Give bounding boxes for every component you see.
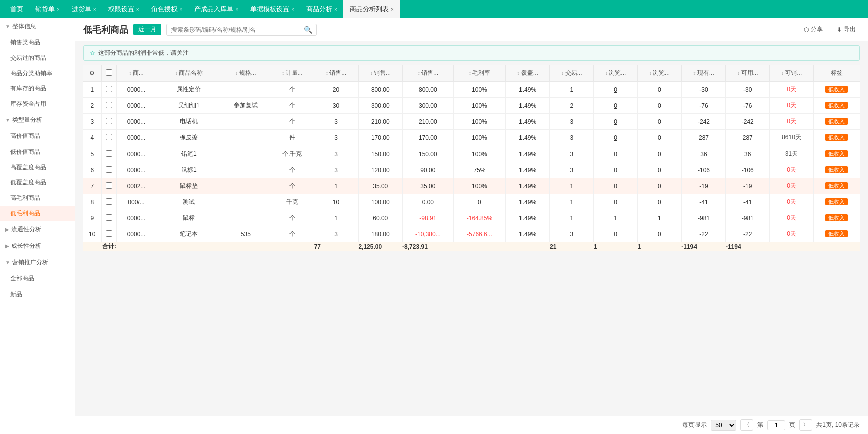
page-title: 低毛利商品 (83, 24, 128, 36)
nav-purchase[interactable]: 进货单 × (66, 0, 102, 18)
nav-product-analysis-list[interactable]: 商品分析列表 × (343, 0, 400, 18)
cell-checkbox (101, 194, 116, 210)
search-input[interactable] (171, 26, 304, 33)
sidebar-group-growth[interactable]: ▶ 成长性分析 (0, 238, 75, 254)
totals-empty (156, 242, 221, 251)
col-settings[interactable]: ⚙ (83, 65, 101, 82)
sidebar-item-new-goods[interactable]: 新品 (0, 286, 75, 302)
sidebar-item-low-value[interactable]: 低价值商品 (0, 144, 75, 160)
cell-gross-rate: 100% (454, 114, 506, 130)
close-icon[interactable]: × (235, 7, 238, 12)
cell-coverage: 1.49% (505, 130, 550, 146)
sort-icon[interactable]: ↕ (418, 70, 421, 76)
sort-icon[interactable]: ↕ (649, 70, 652, 76)
sidebar-group-flow[interactable]: ▶ 流通性分析 (0, 221, 75, 238)
cell-stock: -76 (681, 98, 726, 114)
close-icon[interactable]: × (93, 7, 96, 12)
row-checkbox[interactable] (106, 134, 112, 140)
sort-icon[interactable]: ↕ (561, 70, 564, 76)
sidebar-item-low-margin[interactable]: 低毛利商品 (0, 206, 75, 221)
cell-name: 电话机 (156, 114, 221, 130)
totals-stock: -1194 (681, 242, 726, 251)
row-checkbox[interactable] (106, 198, 112, 205)
close-icon[interactable]: × (391, 7, 394, 12)
close-icon[interactable]: × (180, 7, 183, 12)
col-stock: ↕现有... (681, 65, 726, 82)
sidebar-group-type[interactable]: ▼ 类型量分析 (0, 112, 75, 128)
close-icon[interactable]: × (291, 7, 294, 12)
cell-unit: 个,千克 (270, 146, 314, 162)
sidebar-item-traded-goods[interactable]: 交易过的商品 (0, 50, 75, 66)
close-icon[interactable]: × (136, 7, 139, 12)
sidebar-item-sales-goods[interactable]: 销售类商品 (0, 35, 75, 50)
row-checkbox[interactable] (106, 150, 112, 157)
cell-sales-qty: 3 (314, 162, 359, 178)
sort-icon[interactable]: ↕ (235, 70, 238, 76)
export-button[interactable]: ⬇ 导出 (833, 23, 860, 36)
sidebar-item-low-coverage[interactable]: 低覆盖度商品 (0, 175, 75, 190)
row-checkbox[interactable] (106, 214, 112, 221)
sidebar-item-high-coverage[interactable]: 高覆盖度商品 (0, 160, 75, 175)
notice-bar: ☆ 这部分商品的利润非常低，请关注 (83, 45, 860, 61)
table-row: 7 0002... 鼠标垫 个 1 35.00 35.00 100% 1.49%… (83, 178, 860, 194)
sort-icon[interactable]: ↕ (282, 70, 285, 76)
settings-icon[interactable]: ⚙ (89, 70, 95, 77)
select-all-checkbox[interactable] (106, 69, 112, 76)
sort-icon[interactable]: ↕ (693, 70, 696, 76)
cell-sales-profit: 300.00 (402, 98, 454, 114)
cell-tag: 低收入 (813, 114, 860, 130)
totals-trade: 21 (550, 242, 594, 251)
nav-home[interactable]: 首页 (4, 0, 29, 18)
sidebar-item-category-rate[interactable]: 商品分类助销率 (0, 66, 75, 81)
sort-icon[interactable]: ↕ (605, 70, 608, 76)
sidebar-item-stock-goods[interactable]: 有库存的商品 (0, 81, 75, 96)
totals-label: 合计: (83, 242, 116, 251)
sidebar-item-high-margin[interactable]: 高毛利商品 (0, 190, 75, 206)
sort-icon[interactable]: ↕ (517, 70, 520, 76)
sidebar-item-high-value[interactable]: 高价值商品 (0, 128, 75, 144)
nav-finished-goods[interactable]: 产成品入库单 × (188, 0, 244, 18)
cell-name: 属性定价 (156, 82, 221, 98)
cell-unit: 个 (270, 178, 314, 194)
row-checkbox[interactable] (106, 182, 112, 189)
filter-recent-month-button[interactable]: 近一月 (133, 24, 161, 35)
close-icon[interactable]: × (334, 7, 337, 12)
sidebar-group-overall[interactable]: ▼ 整体信息 (0, 18, 75, 35)
sort-icon[interactable]: ↕ (326, 70, 329, 76)
col-sales-qty: ↕销售... (314, 65, 359, 82)
cell-view2: 0 (637, 146, 681, 162)
nav-template[interactable]: 单据模板设置 × (244, 0, 300, 18)
row-checkbox[interactable] (106, 86, 112, 92)
cell-sellable: 0天 (770, 162, 814, 178)
sidebar-item-capital[interactable]: 库存资金占用 (0, 96, 75, 112)
row-checkbox[interactable] (106, 102, 112, 108)
sort-icon[interactable]: ↕ (781, 70, 784, 76)
row-checkbox[interactable] (106, 118, 112, 124)
sort-icon[interactable]: ↕ (737, 70, 740, 76)
cell-stock: -22 (681, 226, 726, 242)
sort-icon[interactable]: ↕ (175, 70, 178, 76)
col-view2: ↕浏览... (637, 65, 681, 82)
sort-icon[interactable]: ↕ (129, 70, 132, 76)
table-row: 2 0000... 吴细细1 参加复试 个 30 300.00 300.00 1… (83, 98, 860, 114)
next-page-button[interactable]: 〉 (799, 419, 812, 431)
page-number-input[interactable] (767, 420, 785, 430)
search-icon[interactable]: 🔍 (304, 26, 312, 34)
row-checkbox[interactable] (106, 166, 112, 173)
sort-icon[interactable]: ↕ (370, 70, 373, 76)
close-icon[interactable]: × (57, 7, 60, 12)
sidebar-group-marketing[interactable]: ▼ 营销推广分析 (0, 254, 75, 271)
nav-permissions[interactable]: 权限设置 × (102, 0, 145, 18)
share-button[interactable]: ⬡ 分享 (800, 23, 827, 36)
cell-checkbox (101, 162, 116, 178)
nav-sales[interactable]: 销货单 × (29, 0, 66, 18)
nav-product-analysis[interactable]: 商品分析 × (300, 0, 343, 18)
cell-checkbox (101, 98, 116, 114)
sidebar-item-all-goods[interactable]: 全部商品 (0, 271, 75, 286)
page-size-select[interactable]: 50 100 200 (711, 420, 736, 431)
prev-page-button[interactable]: 〈 (740, 419, 753, 431)
table-row: 4 0000... 橡皮擦 件 3 170.00 170.00 100% 1.4… (83, 130, 860, 146)
sort-icon[interactable]: ↕ (469, 70, 472, 76)
row-checkbox[interactable] (106, 230, 112, 237)
nav-roles[interactable]: 角色授权 × (145, 0, 189, 18)
